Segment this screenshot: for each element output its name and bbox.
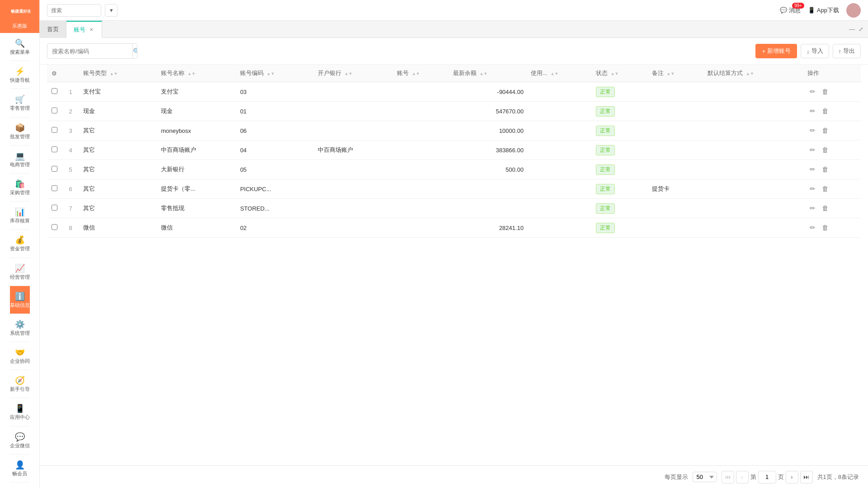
delete-button-0[interactable]: 🗑 xyxy=(820,86,831,97)
checkbox-7[interactable] xyxy=(52,224,57,230)
sidebar-item-system-mgmt[interactable]: ⚙️ 系统管理 xyxy=(10,314,30,342)
edit-button-0[interactable]: ✏ xyxy=(807,86,818,97)
per-page-select[interactable]: 50 100 200 xyxy=(693,472,717,482)
sort-account-no[interactable]: ▲▼ xyxy=(412,71,420,76)
import-button[interactable]: ↓ 导入 xyxy=(801,44,829,58)
delete-button-6[interactable]: 🗑 xyxy=(820,203,831,213)
sort-usage[interactable]: ▲▼ xyxy=(551,71,559,76)
checkbox-0[interactable] xyxy=(52,88,57,94)
row-checkbox-4[interactable] xyxy=(47,160,61,179)
export-icon: ↑ xyxy=(839,48,842,55)
row-account-code-2: 06 xyxy=(236,121,314,141)
sidebar-item-ecommerce-mgmt[interactable]: 💻 电商管理 xyxy=(10,145,30,174)
edit-button-7[interactable]: ✏ xyxy=(807,222,818,233)
sidebar-item-inventory-check[interactable]: 📊 库存核算 xyxy=(10,202,30,230)
minimize-icon[interactable]: — xyxy=(849,26,855,33)
checkbox-3[interactable] xyxy=(52,146,57,152)
sidebar-item-finance-mgmt[interactable]: 💰 资金管理 xyxy=(10,230,30,258)
sidebar-item-operations-mgmt[interactable]: 📈 经营管理 xyxy=(10,258,30,286)
sort-default-settlement[interactable]: ▲▼ xyxy=(746,71,754,76)
tab-home[interactable]: 首页 xyxy=(40,21,66,38)
sidebar-item-quick-nav[interactable]: ⚡ 快捷导航 xyxy=(10,61,30,89)
search-wrapper: 🔍 xyxy=(47,43,137,59)
delete-button-2[interactable]: 🗑 xyxy=(820,125,831,136)
topbar-left: ▾ xyxy=(47,4,118,17)
sidebar-item-purchase-mgmt[interactable]: 🛍️ 采购管理 xyxy=(10,174,30,202)
sort-account-type[interactable]: ▲▼ xyxy=(110,71,118,76)
edit-button-6[interactable]: ✏ xyxy=(807,203,818,214)
checkbox-2[interactable] xyxy=(52,127,57,133)
row-account-no-1 xyxy=(393,102,449,121)
tab-account[interactable]: 账号✕ xyxy=(66,21,102,38)
row-num-3: 4 xyxy=(61,141,80,160)
row-account-name-7: 微信 xyxy=(157,218,236,238)
sidebar-item-enterprise-wechat[interactable]: 💬 企业微信 xyxy=(10,427,30,455)
sort-account-code[interactable]: ▲▼ xyxy=(267,71,275,76)
sidebar-item-new-guide[interactable]: 🧭 新手引导 xyxy=(10,370,30,398)
sort-bank[interactable]: ▲▼ xyxy=(344,71,353,76)
delete-button-4[interactable]: 🗑 xyxy=(820,164,831,174)
tab-close-account[interactable]: ✕ xyxy=(88,27,94,33)
edit-button-2[interactable]: ✏ xyxy=(807,125,818,136)
checkbox-1[interactable] xyxy=(52,108,57,113)
search-input[interactable] xyxy=(47,45,132,57)
sort-notes[interactable]: ▲▼ xyxy=(666,71,675,76)
settings-icon[interactable]: ⚙ xyxy=(52,70,57,77)
row-notes-7 xyxy=(648,218,704,238)
edit-button-3[interactable]: ✏ xyxy=(807,145,818,155)
row-checkbox-2[interactable] xyxy=(47,121,61,141)
sort-account-name[interactable]: ▲▼ xyxy=(188,71,196,76)
sidebar-item-wholesale-mgmt[interactable]: 📦 批发管理 xyxy=(10,117,30,145)
next-page-button[interactable]: › xyxy=(786,471,798,483)
app-download-button[interactable]: 📱 App下载 xyxy=(808,6,839,14)
sidebar-item-retail-mgmt[interactable]: 🛒 零售管理 xyxy=(10,89,30,117)
delete-button-1[interactable]: 🗑 xyxy=(820,106,831,116)
avatar[interactable] xyxy=(846,3,861,18)
row-checkbox-3[interactable] xyxy=(47,141,61,160)
prev-page-button[interactable]: ‹ xyxy=(736,471,749,483)
row-checkbox-0[interactable] xyxy=(47,82,61,102)
sidebar-item-member[interactable]: 👤 畅会员 xyxy=(10,455,30,483)
sidebar-item-basic-info[interactable]: ℹ️ 基础信息 xyxy=(10,286,30,314)
message-button[interactable]: 💬 消息 99+ xyxy=(780,6,801,14)
delete-button-3[interactable]: 🗑 xyxy=(820,145,831,155)
delete-button-7[interactable]: 🗑 xyxy=(820,222,831,233)
checkbox-6[interactable] xyxy=(52,205,57,211)
sidebar-item-search-menu[interactable]: 🔍 搜索菜单 xyxy=(10,33,30,61)
first-page-button[interactable]: ⏮ xyxy=(722,471,734,483)
edit-button-5[interactable]: ✏ xyxy=(807,183,818,194)
sidebar-item-enterprise-agreement[interactable]: 🤝 企业协同 xyxy=(10,342,30,370)
row-account-code-4: 05 xyxy=(236,160,314,179)
topbar-search-input[interactable] xyxy=(47,4,101,17)
export-button[interactable]: ↑ 导出 xyxy=(833,44,861,58)
sort-latest-balance[interactable]: ▲▼ xyxy=(480,71,488,76)
row-checkbox-1[interactable] xyxy=(47,102,61,121)
edit-button-1[interactable]: ✏ xyxy=(807,106,818,117)
export-label: 导出 xyxy=(843,47,855,55)
toolbar: 🔍 + 新增账号 ↓ 导入 ↑ 导出 xyxy=(40,38,868,65)
icon-wholesale-mgmt: 📦 xyxy=(15,123,25,133)
sidebar-label-quick-nav: 快捷导航 xyxy=(10,77,30,83)
row-default-settlement-7 xyxy=(704,218,804,238)
row-checkbox-7[interactable] xyxy=(47,218,61,238)
row-checkbox-5[interactable] xyxy=(47,179,61,199)
checkbox-5[interactable] xyxy=(52,185,57,191)
page-input[interactable] xyxy=(758,471,776,483)
icon-member: 👤 xyxy=(15,460,25,470)
row-account-type-3: 其它 xyxy=(80,141,157,160)
sidebar-item-app-center[interactable]: 📱 应用中心 xyxy=(10,398,30,426)
maximize-icon[interactable]: ⤢ xyxy=(859,26,863,33)
add-account-button[interactable]: + 新增账号 xyxy=(755,44,797,58)
page-label: 第 xyxy=(750,473,756,481)
topbar-dropdown-button[interactable]: ▾ xyxy=(105,4,118,17)
status-badge-4: 正常 xyxy=(596,164,615,175)
edit-button-4[interactable]: ✏ xyxy=(807,164,818,175)
icon-ecommerce-mgmt: 💻 xyxy=(15,151,25,161)
delete-button-5[interactable]: 🗑 xyxy=(820,183,831,194)
sort-status[interactable]: ▲▼ xyxy=(611,71,619,76)
last-page-button[interactable]: ⏭ xyxy=(800,471,813,483)
row-checkbox-6[interactable] xyxy=(47,199,61,218)
icon-enterprise-wechat: 💬 xyxy=(15,432,25,442)
checkbox-4[interactable] xyxy=(52,166,57,172)
search-button[interactable]: 🔍 xyxy=(132,44,137,58)
